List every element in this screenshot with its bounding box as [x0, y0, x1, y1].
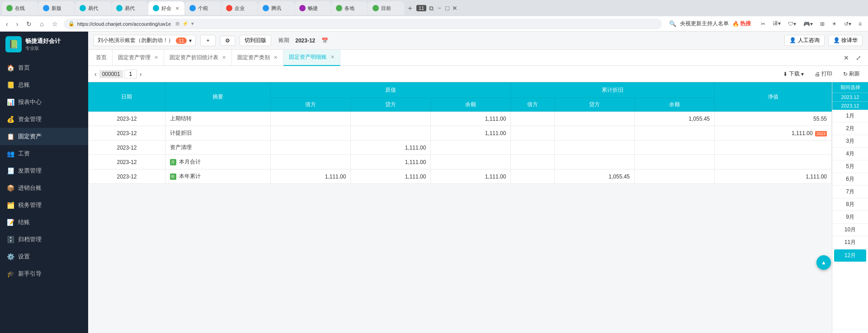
minimize-icon[interactable]: － — [436, 4, 443, 12]
user-profile-button[interactable]: 👤 徐译华 — [828, 35, 863, 46]
settings-gear-button[interactable]: ⚙ — [220, 36, 235, 46]
period-month-2[interactable]: 2月 — [832, 122, 868, 135]
forward-button[interactable]: › — [14, 19, 21, 28]
security-icon: 🔒 — [68, 21, 75, 27]
download-button[interactable]: ⬇ 下载 ▾ — [780, 69, 807, 79]
print-button[interactable]: 🖨 打印 — [812, 69, 835, 79]
sidebar-item-guide[interactable]: 🎓 新手引导 — [0, 265, 88, 282]
page-number-input[interactable] — [124, 70, 137, 79]
expand-panel-button[interactable]: ⤢ — [854, 53, 863, 62]
tab-label: 新版 — [52, 5, 61, 12]
close-icon[interactable]: ✕ — [154, 55, 158, 61]
maximize-icon[interactable]: □ — [445, 5, 449, 12]
address-bar[interactable]: 🔒 https://cloud.chanjet.com/accounting/u… — [64, 19, 662, 29]
period-month-3[interactable]: 3月 — [832, 135, 868, 148]
tab-depreciation-table[interactable]: 固定资产折旧统计表 ✕ — [164, 50, 232, 66]
row-acc-balance — [635, 155, 715, 169]
dropdown-arrow: ▾ — [189, 38, 192, 44]
company-selector[interactable]: 刘小艳演示账套（勿删勿动！） 11 ▾ — [94, 35, 196, 46]
grid-icon[interactable]: ⊞ — [817, 20, 827, 28]
sidebar-item-settings[interactable]: ⚙️ 设置 — [0, 248, 88, 265]
shield-icon[interactable]: 🛡▾ — [785, 20, 799, 28]
close-icon[interactable]: ✕ — [222, 55, 226, 61]
restore-icon[interactable]: ⧉ — [429, 5, 434, 12]
sidebar-item-inventory[interactable]: 📦 进销台账 — [0, 179, 88, 197]
browser-tab-tengxun[interactable]: 腾讯 — [258, 1, 294, 15]
scissors-icon[interactable]: ✂ — [758, 20, 768, 28]
browser-tab-qiye[interactable]: 企业 — [222, 1, 258, 15]
browser-tab-haohui[interactable]: 好会 ✕ — [148, 1, 184, 15]
browser-tab-muqian[interactable]: 目前 — [368, 1, 404, 15]
payroll-icon: 👥 — [6, 150, 14, 158]
period-month-8[interactable]: 8月 — [832, 198, 868, 211]
next-page-button[interactable]: › — [139, 70, 143, 79]
browser-tab-gedi[interactable]: 各地 — [331, 1, 368, 15]
translate-icon[interactable]: 译▾ — [770, 19, 783, 28]
sidebar-item-reports[interactable]: 📊 报表中心 — [0, 94, 88, 111]
period-month-5[interactable]: 5月 — [832, 160, 868, 173]
browser-tab-online[interactable]: 在线 — [2, 1, 38, 15]
browser-tab-new[interactable]: 新版 — [38, 1, 75, 15]
row-acc-debit — [511, 169, 555, 184]
row-summary: 资产清理 — [165, 141, 270, 155]
close-icon[interactable]: ✕ — [274, 55, 278, 61]
sidebar-item-archive[interactable]: 🗄️ 归档管理 — [0, 231, 88, 248]
tab-asset-management[interactable]: 固定资产管理 ✕ — [113, 50, 164, 66]
menu-icon[interactable]: ≡ — [856, 20, 864, 28]
reload-button[interactable]: ↻ — [24, 19, 34, 28]
bookmark-button[interactable]: ☆ — [50, 19, 60, 28]
period-month-7[interactable]: 7月 — [832, 186, 868, 198]
table-row: 2023-12 上期结转 1,111.00 1,055.45 55.55 — [89, 112, 832, 126]
window-close-icon[interactable]: ✕ — [452, 5, 458, 12]
sidebar-item-tax[interactable]: 🗂️ 税务管理 — [0, 197, 88, 214]
period-month-1[interactable]: 1月 — [832, 110, 868, 122]
dropdown-icon[interactable]: ▾ — [191, 21, 194, 27]
float-up-button[interactable]: ▲ — [816, 255, 831, 270]
period-month-6[interactable]: 6月 — [832, 173, 868, 186]
period-month-4[interactable]: 4月 — [832, 148, 868, 160]
close-icon[interactable]: ✕ — [330, 54, 335, 60]
refresh-button[interactable]: ↻ 刷新 — [840, 69, 863, 79]
add-company-button[interactable]: ＋ — [200, 35, 216, 46]
period-month-11[interactable]: 11月 — [832, 236, 868, 249]
sidebar-item-home[interactable]: 🏠 首页 — [0, 59, 88, 76]
home-button[interactable]: ⌂ — [38, 19, 46, 28]
browser-tab-geshui[interactable]: 个税 — [185, 1, 221, 15]
calendar-icon[interactable]: 📅 — [321, 38, 328, 44]
undo-icon[interactable]: ↺▾ — [841, 20, 854, 28]
period-month-10[interactable]: 10月 — [832, 224, 868, 236]
close-icon[interactable]: ✕ — [175, 6, 179, 11]
sidebar-item-ledger[interactable]: 📒 总账 — [0, 76, 88, 94]
back-button[interactable]: ‹ — [4, 19, 10, 28]
browser-tab-yidai2[interactable]: 易代 — [112, 1, 148, 15]
tab-asset-category[interactable]: 固定资产类别 ✕ — [232, 50, 283, 66]
sun-icon[interactable]: ☀ — [829, 20, 840, 28]
up-icon[interactable]: ▲ — [816, 255, 831, 270]
sidebar-item-payroll[interactable]: 👥 工资 — [0, 145, 88, 162]
invoice-icon: 🧾 — [6, 167, 14, 175]
browser-tab-changjie[interactable]: 畅捷 — [295, 1, 331, 15]
period-year-2[interactable]: 2023.12 — [832, 101, 868, 110]
new-tab-icon[interactable]: ＋ — [406, 4, 414, 13]
lightning-icon: ⚡ — [182, 21, 189, 27]
sidebar-item-closing[interactable]: 📝 结账 — [0, 214, 88, 231]
sidebar-item-invoice[interactable]: 🧾 发票管理 — [0, 162, 88, 179]
game-icon[interactable]: 🎮▾ — [801, 20, 816, 28]
tab-home[interactable]: 首页 — [90, 50, 113, 66]
service-button[interactable]: 👤 人工咨询 — [784, 35, 824, 46]
sidebar-item-finance[interactable]: 💰 资金管理 — [0, 111, 88, 128]
browser-tab-yidai1[interactable]: 易代 — [75, 1, 111, 15]
tab-asset-detail[interactable]: 固定资产明细账 ✕ — [283, 50, 340, 66]
row-orig-balance: 1,111.00 — [431, 126, 511, 141]
col-date: 日期 — [89, 83, 165, 112]
close-panel-button[interactable]: ✕ — [841, 53, 851, 62]
sidebar-item-assets[interactable]: 📋 固定资产 — [0, 128, 88, 145]
period-month-12[interactable]: 12月 — [834, 249, 866, 262]
tax-icon: 🗂️ — [6, 201, 14, 209]
refresh-icon: ↻ — [843, 71, 848, 77]
row-acc-debit — [511, 141, 555, 155]
period-month-9[interactable]: 9月 — [832, 211, 868, 224]
period-year-1[interactable]: 2023.12 — [832, 93, 868, 101]
prev-page-button[interactable]: ‹ — [94, 70, 98, 79]
switch-version-button[interactable]: 切到旧版 — [240, 35, 271, 46]
